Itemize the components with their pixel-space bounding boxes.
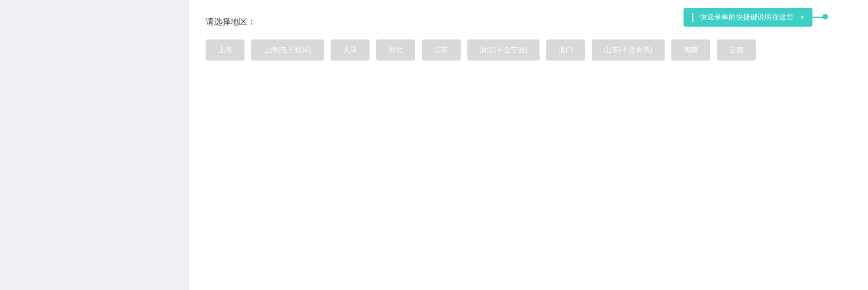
region-btn-shanghai[interactable]: 上海 (206, 39, 245, 61)
tooltip-dot (822, 14, 828, 19)
tooltip-close-button[interactable]: × (800, 13, 805, 22)
region-btn-jiangsu[interactable]: 江苏 (422, 39, 461, 61)
tooltip-text: 快速录单的快捷键说明在这里 (700, 12, 794, 22)
region-btn-zhejiang[interactable]: 浙江(不含宁波) (467, 39, 540, 61)
main-content: 请选择地区： 上海 上海(电子税局) 天津 河北 江苏 浙江(不含宁波) 厦门 … (189, 0, 868, 290)
region-btn-yunnan[interactable]: 云南 (717, 39, 756, 61)
tooltip-bar: 快速录单的快捷键说明在这里 × (684, 8, 812, 27)
region-btn-hainan[interactable]: 海南 (671, 39, 710, 61)
region-btn-xiamen[interactable]: 厦门 (546, 39, 585, 61)
left-sidebar (0, 0, 189, 290)
region-btn-shanghai-etax[interactable]: 上海(电子税局) (251, 39, 324, 61)
region-btn-shandong[interactable]: 山东(不含青岛) (592, 39, 665, 61)
region-buttons: 上海 上海(电子税局) 天津 河北 江苏 浙江(不含宁波) 厦门 山东(不含青岛… (206, 39, 851, 61)
region-btn-tianjin[interactable]: 天津 (331, 39, 370, 61)
region-btn-hebei[interactable]: 河北 (376, 39, 415, 61)
